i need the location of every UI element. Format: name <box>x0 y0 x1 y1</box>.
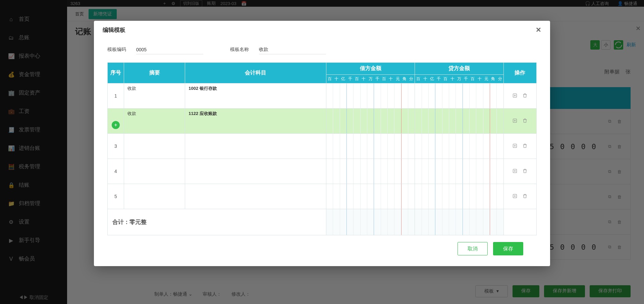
template-row[interactable]: +收款1122 应收账款 <box>108 109 537 134</box>
row-abstract[interactable]: 收款 <box>124 83 185 109</box>
copy-row-icon[interactable] <box>512 193 518 200</box>
col-subject: 会计科目 <box>185 63 326 83</box>
copy-row-icon[interactable] <box>512 143 518 149</box>
template-name-input[interactable] <box>259 45 326 54</box>
col-seq: 序号 <box>108 63 124 83</box>
row-abstract[interactable] <box>124 159 185 184</box>
unit-cell: 百 <box>415 76 422 82</box>
row-ops <box>503 83 536 109</box>
template-row[interactable]: 1收款1002 银行存款 <box>108 83 537 109</box>
delete-row-icon[interactable] <box>522 143 528 149</box>
edit-template-modal: 编辑模板 ✕ 模板编码 模板名称 序号 摘要 会计科目 借方金额 贷方金额 <box>94 21 550 266</box>
template-code-input[interactable] <box>136 45 203 54</box>
col-abstract: 摘要 <box>124 63 185 83</box>
template-row[interactable]: 3 <box>108 134 537 159</box>
template-row[interactable]: 4 <box>108 159 537 184</box>
unit-cell: 千 <box>435 76 442 82</box>
unit-cell: 万 <box>456 76 463 82</box>
unit-cell: 分 <box>408 76 415 82</box>
unit-cell: 亿 <box>340 76 346 82</box>
template-name-label: 模板名称 <box>230 47 254 53</box>
unit-cell: 亿 <box>429 76 435 82</box>
copy-row-icon[interactable] <box>512 118 518 124</box>
unit-cell: 十 <box>449 76 456 82</box>
row-credit[interactable] <box>415 134 503 159</box>
unit-cell: 百 <box>354 76 360 82</box>
row-debit[interactable] <box>326 109 415 134</box>
template-row[interactable]: 5 <box>108 184 537 209</box>
template-code-label: 模板编码 <box>107 47 131 53</box>
row-seq: 3 <box>108 134 124 159</box>
close-icon[interactable]: ✕ <box>536 26 541 34</box>
template-table: 序号 摘要 会计科目 借方金额 贷方金额 操作 百十亿千百十万千百十元角分 百十… <box>107 62 537 235</box>
row-credit[interactable] <box>415 109 503 134</box>
unit-cell: 十 <box>476 76 483 82</box>
row-debit[interactable] <box>326 134 415 159</box>
row-debit[interactable] <box>326 184 415 209</box>
unit-cell: 千 <box>463 76 469 82</box>
row-ops <box>503 184 536 209</box>
modal-title: 编辑模板 <box>103 26 125 34</box>
unit-cell: 十 <box>360 76 367 82</box>
row-subject[interactable]: 1002 银行存款 <box>185 83 326 109</box>
col-ops: 操作 <box>503 63 536 83</box>
row-debit[interactable] <box>326 159 415 184</box>
col-debit: 借方金额 <box>326 63 415 75</box>
unit-cell: 元 <box>394 76 401 82</box>
row-credit[interactable] <box>415 159 503 184</box>
copy-row-icon[interactable] <box>512 93 518 99</box>
row-ops <box>503 109 536 134</box>
delete-row-icon[interactable] <box>522 93 528 99</box>
row-credit[interactable] <box>415 184 503 209</box>
unit-cell: 元 <box>483 76 490 82</box>
row-abstract[interactable] <box>124 134 185 159</box>
delete-row-icon[interactable] <box>522 193 528 200</box>
unit-cell: 十 <box>422 76 428 82</box>
total-text: 合计：零元整 <box>108 209 326 235</box>
copy-row-icon[interactable] <box>512 168 518 175</box>
row-subject[interactable] <box>185 134 326 159</box>
unit-cell: 千 <box>374 76 381 82</box>
unit-cell: 角 <box>401 76 408 82</box>
row-seq: + <box>108 109 124 134</box>
unit-cell: 千 <box>347 76 354 82</box>
save-button[interactable]: 保存 <box>493 242 523 255</box>
unit-cell: 百 <box>442 76 449 82</box>
row-abstract[interactable] <box>124 184 185 209</box>
row-seq: 5 <box>108 184 124 209</box>
row-subject[interactable] <box>185 159 326 184</box>
row-debit[interactable] <box>326 83 415 109</box>
row-credit[interactable] <box>415 83 503 109</box>
row-ops <box>503 134 536 159</box>
row-subject[interactable] <box>185 184 326 209</box>
col-credit: 贷方金额 <box>415 63 503 75</box>
row-seq: 4 <box>108 159 124 184</box>
unit-cell: 百 <box>326 76 333 82</box>
delete-row-icon[interactable] <box>522 118 528 124</box>
row-ops <box>503 159 536 184</box>
unit-cell: 万 <box>367 76 374 82</box>
unit-cell: 百 <box>381 76 387 82</box>
unit-cell: 十 <box>333 76 340 82</box>
row-subject[interactable]: 1122 应收账款 <box>185 109 326 134</box>
unit-cell: 百 <box>469 76 476 82</box>
row-seq: 1 <box>108 83 124 109</box>
delete-row-icon[interactable] <box>522 168 528 175</box>
unit-cell: 十 <box>387 76 394 82</box>
row-abstract[interactable]: 收款 <box>124 109 185 134</box>
add-row-button[interactable]: + <box>112 121 120 129</box>
unit-cell: 分 <box>496 76 503 82</box>
cancel-button[interactable]: 取消 <box>458 242 488 255</box>
unit-cell: 角 <box>490 76 496 82</box>
